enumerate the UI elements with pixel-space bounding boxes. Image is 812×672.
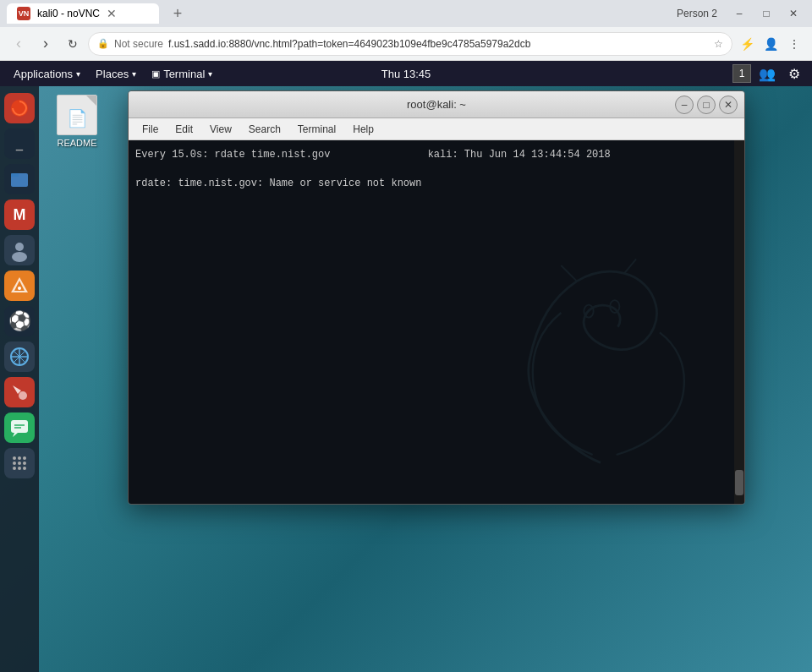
dock-metasploit-icon[interactable]: M [4, 199, 35, 230]
terminal-line-1: Every 15.0s: rdate time.nist.gov kali: T… [135, 147, 738, 162]
svg-point-7 [18, 287, 21, 290]
maximize-button[interactable]: □ [754, 2, 778, 25]
forward-button[interactable]: › [34, 32, 58, 56]
svg-point-24 [13, 467, 16, 470]
security-icon: 🔒 [97, 38, 109, 49]
dock-football-icon[interactable]: ⚽ [4, 306, 35, 336]
svg-point-18 [13, 456, 16, 460]
terminal-menu[interactable]: ▣ Terminal ▾ [145, 66, 219, 82]
security-label: Not secure [114, 38, 163, 50]
svg-point-23 [23, 462, 26, 465]
people-icon[interactable]: 👥 [756, 63, 778, 85]
svg-point-22 [18, 462, 21, 465]
window-controls: Person 2 – □ ✕ [677, 2, 805, 25]
reload-button[interactable]: ↻ [61, 32, 85, 56]
gnome-top-bar: Applications ▾ Places ▾ ▣ Terminal ▾ Thu… [0, 61, 812, 86]
browser-nav-bar: ‹ › ↻ 🔒 Not secure f.us1.sadd.io:8880/vn… [0, 27, 812, 61]
svg-point-13 [19, 391, 27, 400]
tab-close-button[interactable]: ✕ [107, 7, 117, 20]
terminal-icon-small: ▣ [151, 68, 160, 79]
gnome-clock: Thu 13:45 [381, 68, 431, 80]
dock-burp-icon[interactable] [4, 270, 35, 301]
person-label: Person 2 [677, 8, 717, 19]
browser-title-bar: VN kali0 - noVNC ✕ + Person 2 – □ ✕ [0, 0, 812, 27]
tab-favicon: VN [17, 7, 30, 20]
readme-label: README [57, 138, 96, 148]
terminal-title-text: root@kali: ~ [407, 98, 466, 111]
svg-point-26 [23, 467, 26, 470]
nav-right-icons: ⚡ 👤 ⋮ [736, 33, 805, 55]
terminal-edit-menu[interactable]: Edit [168, 122, 200, 137]
terminal-window: root@kali: ~ – □ ✕ File Edit View [128, 90, 745, 505]
dock-terminal-icon[interactable]: _ [4, 128, 35, 159]
terminal-search-menu[interactable]: Search [242, 122, 288, 137]
browser-tab[interactable]: VN kali0 - noVNC ✕ [7, 3, 159, 24]
places-label: Places [96, 68, 129, 80]
terminal-label: Terminal [163, 68, 205, 80]
terminal-file-menu[interactable]: File [135, 122, 165, 137]
terminal-body[interactable]: Every 15.0s: rdate time.nist.gov kali: T… [129, 140, 744, 504]
tab-title: kali0 - noVNC [37, 8, 100, 19]
terminal-scrollbar[interactable] [734, 140, 744, 504]
places-arrow: ▾ [132, 69, 136, 79]
dock-firefox-icon[interactable] [4, 93, 35, 123]
settings-gear-icon[interactable]: ⚙ [783, 63, 805, 85]
terminal-arrow: ▾ [208, 69, 212, 79]
terminal-view-menu[interactable]: View [203, 122, 239, 137]
svg-point-3 [15, 243, 24, 251]
dock-files-icon[interactable] [4, 164, 35, 194]
applications-arrow: ▾ [76, 69, 80, 79]
gnome-menu-bar: Applications ▾ Places ▾ ▣ Terminal ▾ [7, 66, 219, 82]
settings-button[interactable]: ⋮ [783, 33, 805, 55]
applications-menu[interactable]: Applications ▾ [7, 66, 87, 82]
browser-tabs-area: VN kali0 - noVNC ✕ + [7, 2, 189, 25]
dock-chat-icon[interactable] [4, 412, 35, 443]
dock-maltego-icon[interactable] [4, 341, 35, 372]
new-tab-button[interactable]: + [166, 2, 189, 25]
left-dock: _ M ⚽ [0, 86, 39, 672]
dock-tools-icon[interactable] [4, 377, 35, 407]
bookmark-icon[interactable]: ☆ [714, 38, 723, 50]
extensions-button[interactable]: ⚡ [736, 33, 758, 55]
svg-rect-2 [11, 173, 19, 177]
svg-rect-14 [11, 420, 28, 433]
applications-label: Applications [14, 68, 73, 80]
back-button[interactable]: ‹ [7, 32, 30, 56]
terminal-maximize-btn[interactable]: □ [697, 96, 716, 114]
terminal-window-controls: – □ ✕ [675, 96, 738, 114]
gnome-top-right: 1 👥 ⚙ [732, 63, 805, 85]
terminal-menu-bar: File Edit View Search Terminal Help [129, 118, 744, 140]
profile-button[interactable]: 👤 [760, 33, 782, 55]
terminal-line-gap [135, 162, 738, 176]
vnc-desktop: Applications ▾ Places ▾ ▣ Terminal ▾ Thu… [0, 61, 812, 672]
svg-point-21 [13, 462, 16, 465]
terminal-line-2: rdate: time.nist.gov: Name or service no… [135, 176, 738, 191]
dock-avatar-icon[interactable] [4, 235, 35, 265]
svg-point-20 [23, 456, 26, 460]
workspace-indicator[interactable]: 1 [732, 64, 751, 83]
address-bar[interactable]: 🔒 Not secure f.us1.sadd.io:8880/vnc.html… [88, 32, 732, 56]
address-text: f.us1.sadd.io:8880/vnc.html?path=token=4… [168, 38, 709, 50]
places-menu[interactable]: Places ▾ [89, 66, 143, 82]
readme-file-icon[interactable]: 📄 README [47, 95, 107, 148]
terminal-help-menu[interactable]: Help [346, 122, 381, 137]
terminal-scrollbar-thumb[interactable] [735, 470, 743, 495]
terminal-close-btn[interactable]: ✕ [719, 96, 738, 114]
svg-point-4 [12, 252, 27, 262]
terminal-minimize-btn[interactable]: – [675, 96, 694, 114]
readme-file-graphic: 📄 [57, 95, 97, 135]
terminal-title-bar: root@kali: ~ – □ ✕ [129, 91, 744, 118]
svg-point-25 [18, 467, 21, 470]
svg-marker-15 [13, 433, 18, 437]
dock-apps-icon[interactable] [4, 448, 35, 478]
svg-point-19 [18, 456, 21, 460]
kali-dragon-watermark [482, 242, 719, 478]
terminal-terminal-menu[interactable]: Terminal [291, 122, 343, 137]
close-button[interactable]: ✕ [782, 2, 805, 25]
minimize-button[interactable]: – [727, 2, 751, 25]
desktop-content: 📄 README root@kali: ~ – □ ✕ [39, 86, 812, 672]
